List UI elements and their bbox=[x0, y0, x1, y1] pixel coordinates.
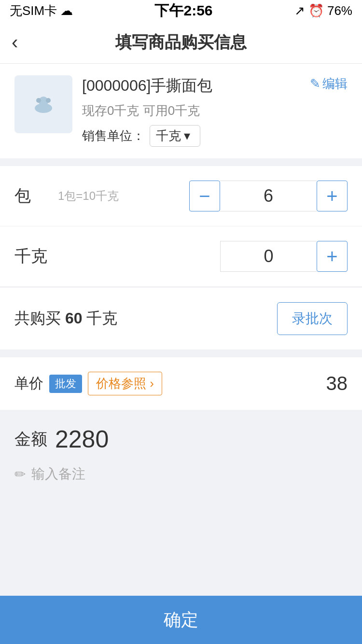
amount-label: 金额 bbox=[14, 428, 47, 450]
product-name: [0000006]手撕面包 bbox=[82, 75, 212, 97]
amount-value: 2280 bbox=[55, 425, 109, 453]
price-type-tag: 批发 bbox=[49, 375, 82, 393]
content-area: [0000006]手撕面包 ✎ 编辑 现存0千克 可用0千克 销售单位： 千克 … bbox=[0, 64, 362, 596]
unit-select[interactable]: 千克 ▾ bbox=[150, 125, 200, 147]
unit-label: 销售单位： bbox=[82, 127, 145, 144]
svg-point-1 bbox=[35, 103, 52, 113]
amount-section: 金额 2280 ✏ 输入备注 bbox=[0, 411, 362, 499]
status-right: ↗ ⏰ 76% bbox=[294, 3, 353, 18]
quantity-input-bao[interactable] bbox=[220, 181, 317, 211]
product-stock: 现存0千克 可用0千克 bbox=[82, 102, 348, 119]
edit-label: 编辑 bbox=[322, 75, 348, 92]
price-label: 单价 bbox=[14, 374, 43, 393]
product-info: [0000006]手撕面包 ✎ 编辑 现存0千克 可用0千克 销售单位： 千克 … bbox=[82, 75, 348, 147]
product-card: [0000006]手撕面包 ✎ 编辑 现存0千克 可用0千克 销售单位： 千克 … bbox=[0, 64, 362, 158]
increment-button-kg[interactable]: + bbox=[317, 241, 348, 272]
edit-icon: ✎ bbox=[310, 76, 320, 91]
bottom-spacer bbox=[0, 499, 362, 596]
confirm-button[interactable]: 确定 bbox=[0, 596, 362, 644]
quantity-label-kg: 千克 bbox=[14, 245, 53, 267]
remark-placeholder: 输入备注 bbox=[31, 465, 85, 483]
quantity-row-kg: 千克 + bbox=[0, 226, 362, 287]
summary-row: 共购买 60 千克 录批次 bbox=[0, 288, 362, 350]
quantity-label-bao: 包 bbox=[14, 185, 53, 207]
summary-amount-val: 60 bbox=[65, 309, 83, 327]
status-time: 下午2:56 bbox=[154, 1, 212, 21]
price-row: 单价 批发 价格参照 › 38 bbox=[14, 372, 348, 395]
batch-button[interactable]: 录批次 bbox=[277, 302, 348, 335]
product-image bbox=[14, 75, 72, 133]
product-unit-row: 销售单位： 千克 ▾ bbox=[82, 125, 348, 147]
quantity-control-kg: + bbox=[220, 241, 348, 272]
quantity-input-kg[interactable] bbox=[220, 241, 317, 272]
price-section: 单价 批发 价格参照 › 38 bbox=[0, 357, 362, 410]
remark-row[interactable]: ✏ 输入备注 bbox=[14, 465, 348, 483]
price-ref-button[interactable]: 价格参照 › bbox=[88, 372, 162, 395]
edit-button[interactable]: ✎ 编辑 bbox=[310, 75, 348, 92]
price-left: 单价 批发 价格参照 › bbox=[14, 372, 162, 395]
amount-row: 金额 2280 bbox=[14, 425, 348, 453]
summary-unit: 千克 bbox=[86, 309, 117, 327]
svg-point-2 bbox=[36, 98, 41, 103]
summary-label: 共购买 bbox=[14, 309, 61, 327]
quantity-hint-bao: 1包=10千克 bbox=[58, 188, 189, 204]
price-value: 38 bbox=[326, 373, 348, 394]
chevron-down-icon: ▾ bbox=[184, 128, 190, 143]
summary-text: 共购买 60 千克 bbox=[14, 308, 117, 329]
page-title: 填写商品购买信息 bbox=[115, 31, 247, 54]
quantity-control-bao: − + bbox=[189, 181, 348, 211]
status-left: 无SIM卡 ☁ bbox=[10, 2, 73, 19]
pencil-icon: ✏ bbox=[14, 466, 26, 482]
quantity-section: 包 1包=10千克 − + 千克 + bbox=[0, 166, 362, 287]
quantity-row-bao: 包 1包=10千克 − + bbox=[0, 166, 362, 226]
status-bar: 无SIM卡 ☁ 下午2:56 ↗ ⏰ 76% bbox=[0, 0, 362, 21]
nav-bar: ‹ 填写商品购买信息 bbox=[0, 21, 362, 64]
back-button[interactable]: ‹ bbox=[12, 31, 18, 53]
decrement-button-bao[interactable]: − bbox=[189, 181, 220, 211]
svg-point-3 bbox=[46, 98, 51, 103]
unit-value: 千克 bbox=[156, 127, 181, 144]
increment-button-bao[interactable]: + bbox=[317, 181, 348, 211]
